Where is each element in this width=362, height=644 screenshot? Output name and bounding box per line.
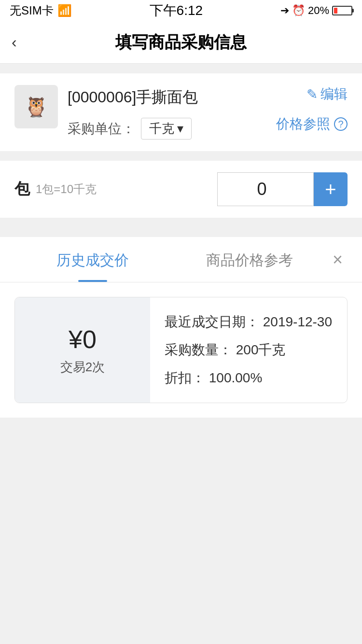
edit-button[interactable]: ✎ 编辑 (306, 85, 348, 103)
nav-bar: ‹ 填写商品采购信息 (0, 21, 362, 64)
product-info: [0000006]手撕面包 采购单位： 千克 ▾ (68, 85, 198, 140)
product-header: 🦉 [0000006]手撕面包 采购单位： 千克 ▾ ✎ 编辑 价格参照 (14, 85, 348, 140)
trade-count: 交易2次 (60, 359, 105, 376)
tab-history-price[interactable]: 历史成交价 (14, 237, 171, 282)
product-unit-row: 采购单位： 千克 ▾ (68, 118, 198, 140)
price-ref-button[interactable]: 价格参照 ? (276, 115, 348, 133)
tab-price-ref-label: 商品价格参考 (206, 252, 293, 268)
recent-date-value: 2019-12-30 (263, 314, 332, 329)
main-background (0, 418, 362, 644)
battery-icon (332, 6, 352, 15)
unit-select[interactable]: 千克 ▾ (141, 118, 192, 140)
purchase-qty-row: 采购数量： 200千克 (165, 340, 333, 360)
quantity-plus-button[interactable]: + (314, 172, 348, 206)
recent-date-row: 最近成交日期： 2019-12-30 (165, 312, 333, 332)
alarm-icon: ⏰ (292, 4, 305, 17)
page-title: 填写商品采购信息 (115, 31, 247, 54)
status-time: 下午6:12 (150, 1, 203, 20)
discount-label: 折扣： (165, 370, 205, 385)
carrier-text: 无SIM卡 (10, 3, 54, 18)
tab-product-price-ref[interactable]: 商品价格参考 (171, 237, 327, 282)
product-left: 🦉 [0000006]手撕面包 采购单位： 千克 ▾ (14, 85, 198, 140)
discount-value: 100.00% (209, 370, 263, 385)
status-right: ➔ ⏰ 20% (280, 4, 352, 17)
history-content: ¥0 交易2次 最近成交日期： 2019-12-30 采购数量： 200千克 折… (0, 282, 362, 418)
conversion-unit: 包 (14, 179, 30, 200)
divider-2 (0, 218, 362, 227)
price-amount: ¥0 (69, 325, 97, 354)
divider (0, 151, 362, 161)
conversion-text: 1包=10千克 (36, 182, 97, 197)
unit-value: 千克 (149, 120, 174, 137)
status-bar: 无SIM卡 📶 下午6:12 ➔ ⏰ 20% (0, 0, 362, 21)
product-image-icon: 🦉 (24, 97, 48, 116)
purchase-qty-label: 采购数量： (165, 342, 232, 357)
discount-row: 折扣： 100.00% (165, 368, 333, 388)
tab-close-button[interactable]: × (328, 245, 348, 275)
product-thumbnail: 🦉 (14, 85, 58, 128)
help-icon: ? (334, 117, 348, 131)
back-button[interactable]: ‹ (12, 33, 17, 51)
edit-icon: ✎ (306, 86, 318, 102)
price-card: ¥0 交易2次 最近成交日期： 2019-12-30 采购数量： 200千克 折… (14, 297, 348, 403)
tabs-panel: 历史成交价 商品价格参考 × ¥0 交易2次 最近成交日期： 2019-12-3… (0, 237, 362, 418)
dropdown-arrow-icon: ▾ (177, 121, 183, 136)
tab-history-label: 历史成交价 (56, 252, 129, 268)
product-card: 🦉 [0000006]手撕面包 采购单位： 千克 ▾ ✎ 编辑 价格参照 (0, 73, 362, 151)
quantity-label-area: 包 1包=10千克 (14, 179, 97, 200)
product-name: [0000006]手撕面包 (68, 87, 198, 108)
edit-label: 编辑 (320, 85, 348, 103)
tabs-header: 历史成交价 商品价格参考 × (0, 237, 362, 282)
battery-percent: 20% (308, 4, 329, 17)
price-ref-label: 价格参照 (276, 115, 330, 133)
quantity-row: 包 1包=10千克 + (0, 161, 362, 218)
location-icon: ➔ (280, 4, 289, 17)
quantity-input[interactable] (217, 172, 314, 206)
recent-date-label: 最近成交日期： (165, 314, 259, 329)
status-left: 无SIM卡 📶 (10, 3, 72, 18)
price-right-panel: 最近成交日期： 2019-12-30 采购数量： 200千克 折扣： 100.0… (150, 297, 347, 403)
unit-label: 采购单位： (68, 120, 135, 138)
wifi-icon: 📶 (57, 4, 72, 17)
quantity-control: + (217, 172, 348, 206)
purchase-qty-value: 200千克 (236, 342, 286, 357)
price-left-panel: ¥0 交易2次 (15, 297, 150, 403)
